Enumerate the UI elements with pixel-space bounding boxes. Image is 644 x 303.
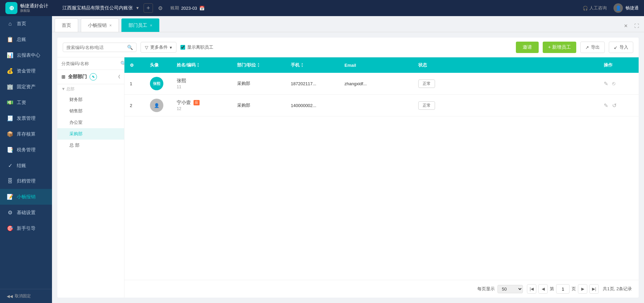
sort-dept-icon: ▲▼ <box>257 62 260 68</box>
sidebar-item-expense[interactable]: 📝 小畅报销 <box>0 189 52 205</box>
page-input[interactable] <box>556 284 570 294</box>
export-button[interactable]: ↗ 导出 <box>580 42 605 53</box>
expand-window-button[interactable]: ⛶ <box>632 21 641 31</box>
all-dept-header[interactable]: ⊞ 全部部门 ✎ 《 <box>57 70 124 84</box>
dept-node-sales[interactable]: 销售部 <box>57 105 124 117</box>
row1-avatar: 张熙 <box>150 77 163 90</box>
app-sub: 旗舰版 <box>20 8 48 13</box>
prev-page-button[interactable]: ◀ <box>538 284 548 294</box>
dept-node-office[interactable]: 办公室 <box>57 117 124 128</box>
header-right: 🎧 人工咨询 👤 畅捷通 <box>583 3 639 13</box>
first-page-button[interactable]: |◀ <box>527 284 536 294</box>
per-page-label: 每页显示 <box>477 286 495 292</box>
show-resigned-label[interactable]: 显示离职员工 <box>187 44 213 50</box>
table-header: ⚙ 头像 姓名/编码 ▲▼ 部门/职位 ▲▼ 手机 <box>124 57 639 73</box>
add-tab-button[interactable]: + <box>144 3 153 13</box>
user-area[interactable]: 👤 畅捷通 <box>613 3 639 13</box>
table-empty-space <box>124 116 639 280</box>
sidebar-item-assets[interactable]: 🏢 固定资产 <box>0 79 52 95</box>
content-split: 🔍 ⊞ 全部部门 ✎ 《 ▼ 总部 财务部 销售部 办公室 采购部 <box>57 57 639 298</box>
row1-name-code: 张熙 11 <box>171 74 232 93</box>
col-name-code[interactable]: 姓名/编码 ▲▼ <box>171 57 232 73</box>
sidebar-label-tax: 税务管理 <box>17 147 36 153</box>
content-area: 首页 小畅报销 × 部门员工 × ✕ ⛶ 🔍 <box>52 16 644 303</box>
dept-node-general[interactable]: 总 部 <box>57 140 124 151</box>
col-dept-pos[interactable]: 部门/职位 ▲▼ <box>232 57 285 73</box>
headset-icon: 🎧 <box>583 6 588 11</box>
sidebar-label-settings: 基础设置 <box>17 210 36 216</box>
more-filter-label: 更多条件 <box>150 44 168 50</box>
last-page-button[interactable]: ▶| <box>589 284 599 294</box>
pagination: 每页显示 50 100 200 |◀ ◀ 第 <box>124 280 639 298</box>
sidebar-item-home[interactable]: ⌂ 首页 <box>0 16 52 32</box>
dept-node-purchase[interactable]: 采购部 <box>57 128 124 140</box>
sidebar-item-inventory[interactable]: 📦 库存核算 <box>0 126 52 142</box>
tab-expense[interactable]: 小畅报销 × <box>81 18 119 32</box>
add-employee-button[interactable]: + 新增员工 <box>543 42 576 53</box>
sidebar-label-finance: 资金管理 <box>17 68 36 74</box>
tab-dept-close[interactable]: × <box>150 23 152 28</box>
collapse-icon[interactable]: 《 <box>116 74 120 80</box>
sidebar-item-salary[interactable]: 💵 工资 <box>0 95 52 110</box>
sidebar-item-reports[interactable]: 📊 云报表中心 <box>0 47 52 63</box>
sidebar-item-finance[interactable]: 💰 资金管理 <box>0 63 52 79</box>
settings-icon[interactable]: ⚙ <box>156 3 165 13</box>
sidebar-item-invoice[interactable]: 🧾 发票管理 <box>0 110 52 126</box>
search-box[interactable]: 🔍 <box>63 43 137 52</box>
row2-refresh-icon[interactable]: ↺ <box>612 102 616 109</box>
import-icon: ↙ <box>614 45 618 50</box>
tab-home[interactable]: 首页 <box>55 18 78 32</box>
company-name: 江西服宝精品有限责任公司内账张 <box>62 5 133 11</box>
support-label: 人工咨询 <box>589 5 607 11</box>
col-phone[interactable]: 手机 ▲▼ <box>285 57 339 73</box>
app-name: 畅捷通好会计 <box>20 3 48 9</box>
search-icon[interactable]: 🔍 <box>127 45 133 50</box>
company-selector[interactable]: 江西服宝精品有限责任公司内账张 ▼ <box>62 5 140 11</box>
sidebar-item-guide[interactable]: 🎯 新手引导 <box>0 220 52 236</box>
row2-dept: 采购部 <box>232 98 285 112</box>
total-info: 共1页, 2条记录 <box>603 286 632 292</box>
invite-button[interactable]: 邀请 <box>516 42 539 53</box>
tab-dept-employee[interactable]: 部门员工 × <box>121 18 159 32</box>
per-page-select[interactable]: 50 100 200 <box>497 285 523 293</box>
archive-icon: 🗄 <box>7 178 13 184</box>
tab-expense-close[interactable]: × <box>109 23 112 28</box>
more-filter-button[interactable]: ▽ 更多条件 ▾ <box>141 42 176 53</box>
page-word: 第 <box>550 286 554 292</box>
edit-dept-button[interactable]: ✎ <box>90 73 97 81</box>
sidebar-item-general-ledger[interactable]: 📋 总账 <box>0 32 52 47</box>
row2-edit-icon[interactable]: ✎ <box>604 102 608 109</box>
row1-edit-icon[interactable]: ✎ <box>604 81 608 87</box>
guide-icon: 🎯 <box>7 225 13 232</box>
ledger-icon: 📋 <box>7 36 13 43</box>
assets-icon: 🏢 <box>7 84 13 90</box>
show-resigned-checkbox[interactable] <box>180 45 185 50</box>
row1-actions: ✎ ⎋ <box>598 77 639 91</box>
close-window-button[interactable]: ✕ <box>621 21 631 31</box>
cancel-fixed-label: 取消固定 <box>15 293 31 299</box>
table-row: 2 👤 宁小壹 应 12 <box>124 95 639 116</box>
calendar-icon[interactable]: 📅 <box>199 6 205 11</box>
dept-search-icon[interactable]: 🔍 <box>120 61 124 66</box>
dept-section-total: ▼ 总部 <box>57 84 124 94</box>
filter-chevron-icon: ▾ <box>170 45 172 50</box>
period-label: 账期 <box>170 5 179 11</box>
next-page-button[interactable]: ▶ <box>578 284 587 294</box>
search-input[interactable] <box>66 45 125 50</box>
dept-search-input[interactable] <box>61 61 118 66</box>
row1-index: 1 <box>124 77 145 90</box>
sidebar-item-close-accounts[interactable]: ✓ 结账 <box>0 158 52 173</box>
import-button[interactable]: ↙ 导入 <box>609 42 633 53</box>
page-nav: |◀ ◀ 第 页 ▶ ▶| <box>527 284 599 294</box>
support-button[interactable]: 🎧 人工咨询 <box>583 5 607 11</box>
row1-logout-icon[interactable]: ⎋ <box>612 81 615 87</box>
cancel-fixed-button[interactable]: ◀◀ 取消固定 <box>0 289 52 303</box>
sidebar-item-archive[interactable]: 🗄 归档管理 <box>0 173 52 189</box>
sidebar-item-settings[interactable]: ⚙ 基础设置 <box>0 205 52 220</box>
col-settings[interactable]: ⚙ <box>124 57 145 73</box>
row2-phone: 140000002... <box>285 99 339 112</box>
dept-node-finance[interactable]: 财务部 <box>57 94 124 105</box>
salary-icon: 💵 <box>7 99 13 106</box>
sidebar-item-tax[interactable]: 📑 税务管理 <box>0 142 52 158</box>
col-email: Email <box>339 57 413 73</box>
